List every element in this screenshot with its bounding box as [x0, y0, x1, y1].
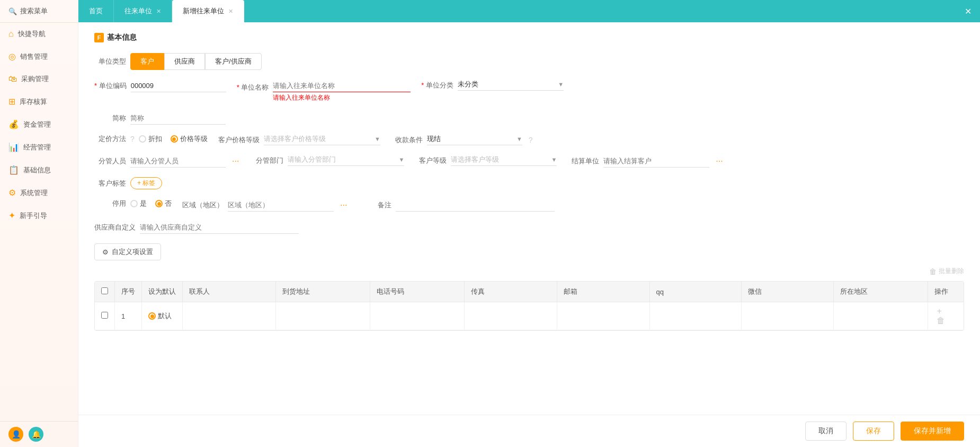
- row-phone[interactable]: [370, 302, 465, 330]
- sidebar-item-finance[interactable]: 💰资金管理: [0, 113, 78, 136]
- pricing-discount-radio[interactable]: 折扣: [139, 134, 162, 144]
- table-header-操作: 操作: [928, 282, 964, 302]
- tab-new-partner-close[interactable]: ✕: [228, 8, 233, 15]
- unit-code-item: 单位编码: [94, 80, 226, 92]
- footer: 取消 保存 保存并新增: [78, 415, 980, 447]
- sidebar-item-guide[interactable]: ✦新手引导: [0, 204, 78, 227]
- pricing-help-icon[interactable]: ?: [130, 135, 135, 143]
- unit-type-both-btn[interactable]: 客户/供应商: [205, 53, 262, 70]
- row-default[interactable]: 默认: [142, 302, 183, 330]
- payment-terms-select[interactable]: 现结 ▼: [427, 134, 522, 145]
- add-tag-button[interactable]: + 标签: [130, 177, 162, 189]
- sidebar-inventory-icon: ⊞: [8, 97, 15, 107]
- batch-delete-btn[interactable]: 🗑 批量删除: [929, 267, 964, 276]
- unit-category-value: 未分类: [458, 80, 556, 89]
- unit-code-input[interactable]: [131, 80, 226, 92]
- sidebar-sales-icon: ◎: [8, 51, 16, 62]
- row-qq-input[interactable]: [656, 312, 735, 320]
- save-new-button[interactable]: 保存并新增: [901, 422, 964, 441]
- settlement-more-btn[interactable]: ···: [714, 156, 725, 166]
- row-add-btn[interactable]: +: [934, 306, 943, 316]
- pricing-method-item: 定价方法 ? 折扣 价格等级: [94, 134, 208, 144]
- row-checkbox[interactable]: [95, 302, 115, 330]
- remark-input[interactable]: [396, 199, 555, 212]
- settlement-unit-label: 结算单位: [567, 156, 599, 166]
- customer-price-level-select[interactable]: 请选择客户价格等级 ▼: [264, 134, 380, 145]
- customer-price-level-placeholder: 请选择客户价格等级: [264, 134, 372, 144]
- row-contact-input[interactable]: [189, 312, 269, 320]
- customer-level-select[interactable]: 请选择客户等级 ▼: [451, 155, 557, 166]
- row-region-input[interactable]: [840, 312, 921, 320]
- row-email-input[interactable]: [564, 312, 643, 320]
- unit-name-input[interactable]: [273, 80, 411, 92]
- region-input[interactable]: [228, 199, 334, 212]
- sidebar-item-system[interactable]: ⚙系统管理: [0, 181, 78, 204]
- sidebar-item-sales[interactable]: ◎销售管理: [0, 45, 78, 68]
- custom-settings-button[interactable]: ⚙ 自定义项设置: [94, 243, 161, 260]
- row-email[interactable]: [557, 302, 649, 330]
- row-fax-input[interactable]: [471, 312, 550, 320]
- tab-new-partner[interactable]: 新增往来单位✕: [172, 0, 244, 22]
- payment-terms-value: 现结: [427, 134, 514, 144]
- disabled-region-remark-row: 停用 是 否 区域（地区） ··· 备注: [94, 199, 964, 212]
- manager-more-btn[interactable]: ···: [230, 156, 241, 166]
- row-contact[interactable]: [183, 302, 276, 330]
- close-all-icon[interactable]: ✕: [956, 6, 980, 16]
- customer-tag-item: 客户标签 + 标签: [94, 177, 162, 189]
- tab-partner-list[interactable]: 往来单位✕: [114, 0, 172, 22]
- payment-terms-item: 收款条件 现结 ▼ ?: [391, 134, 533, 145]
- sidebar-item-basic[interactable]: 📋基础信息: [0, 159, 78, 181]
- row-phone-input[interactable]: [377, 312, 458, 320]
- sidebar-search[interactable]: 🔍 搜索菜单: [0, 0, 78, 23]
- sidebar-inventory-label: 库存核算: [20, 97, 47, 107]
- customer-level-chevron: ▼: [551, 156, 557, 163]
- row-qq[interactable]: [649, 302, 741, 330]
- code-name-category-row: 单位编码 单位名称 请输入往来单位名称 单位分类 未分类 ▼: [94, 80, 964, 102]
- row-wechat-input[interactable]: [748, 312, 827, 320]
- sidebar-item-quick-nav[interactable]: ⌂快捷导航: [0, 23, 78, 45]
- unit-name-item: 单位名称 请输入往来单位名称: [237, 80, 411, 102]
- abbreviation-item: 简称: [94, 112, 226, 125]
- disabled-radio-group: 是 否: [130, 199, 172, 208]
- table-header-序号: 序号: [115, 282, 142, 302]
- supplier-custom-row: 供应商自定义: [94, 221, 964, 234]
- tab-home[interactable]: 首页: [78, 0, 114, 22]
- settlement-unit-input[interactable]: [603, 155, 709, 168]
- unit-category-select-wrapper[interactable]: 未分类 ▼: [458, 80, 564, 91]
- payment-terms-help-icon[interactable]: ?: [529, 136, 533, 144]
- contact-table: 序号设为默认联系人到货地址电话号码传真邮箱qq微信所在地区操作 1默认 + 🗑: [95, 282, 964, 330]
- settlement-unit-item: 结算单位 ···: [567, 155, 725, 168]
- sidebar-sales-label: 销售管理: [20, 52, 48, 62]
- select-all-checkbox[interactable]: [101, 287, 108, 294]
- table-header-微信: 微信: [741, 282, 834, 302]
- row-region[interactable]: [834, 302, 928, 330]
- sidebar-item-purchase[interactable]: 🛍采购管理: [0, 68, 78, 90]
- user-icon[interactable]: 👤: [8, 427, 23, 442]
- row-address[interactable]: [276, 302, 370, 330]
- row-address-input[interactable]: [282, 312, 363, 320]
- pricing-price-level-radio[interactable]: 价格等级: [171, 134, 208, 144]
- disabled-no-radio[interactable]: 否: [155, 199, 172, 208]
- region-more-btn[interactable]: ···: [338, 200, 349, 210]
- pricing-radio-group: 折扣 价格等级: [139, 134, 208, 144]
- row-wechat[interactable]: [741, 302, 834, 330]
- unit-type-customer-btn[interactable]: 客户: [130, 53, 164, 70]
- unit-type-supplier-btn[interactable]: 供应商: [164, 53, 205, 70]
- supplier-custom-input[interactable]: [140, 221, 299, 234]
- department-placeholder: 请输入分管部门: [288, 155, 396, 164]
- department-select[interactable]: 请输入分管部门 ▼: [288, 155, 404, 166]
- disabled-yes-radio[interactable]: 是: [130, 199, 147, 208]
- row-checkbox-input[interactable]: [101, 312, 108, 319]
- sidebar-item-operations[interactable]: 📊经营管理: [0, 136, 78, 159]
- table-header-设为默认: 设为默认: [142, 282, 183, 302]
- table-header-所在地区: 所在地区: [834, 282, 928, 302]
- sidebar-item-inventory[interactable]: ⊞库存核算: [0, 90, 78, 113]
- manager-input[interactable]: [130, 155, 226, 168]
- tab-partner-list-close[interactable]: ✕: [156, 8, 161, 15]
- cancel-button[interactable]: 取消: [805, 422, 847, 441]
- notification-icon[interactable]: 🔔: [29, 427, 43, 442]
- row-delete-btn[interactable]: 🗑: [934, 316, 947, 326]
- abbreviation-input[interactable]: [130, 112, 226, 125]
- save-button[interactable]: 保存: [853, 422, 894, 441]
- row-fax[interactable]: [465, 302, 557, 330]
